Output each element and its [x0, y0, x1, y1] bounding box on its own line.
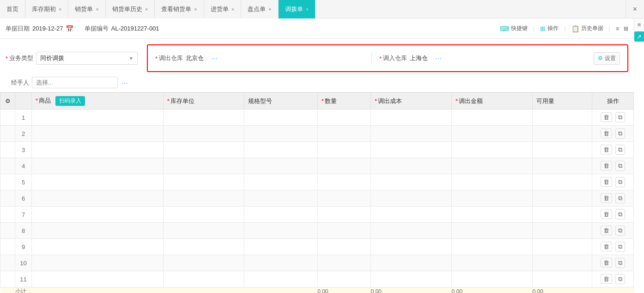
row-amount-cell[interactable] — [451, 142, 532, 158]
panel-export-icon[interactable]: ↗ — [634, 31, 644, 42]
row-product-cell[interactable] — [32, 223, 164, 239]
tab-home[interactable]: 首页 — [0, 0, 25, 18]
close-tab-view-sales[interactable]: × — [194, 6, 197, 12]
delete-row-button[interactable]: 🗑 — [601, 209, 612, 219]
handler-more-button[interactable]: ··· — [122, 79, 128, 86]
row-available-cell[interactable] — [533, 255, 592, 271]
tab-inventory-init[interactable]: 库存期初 × — [25, 0, 68, 18]
row-amount-cell[interactable] — [451, 271, 532, 287]
copy-row-button[interactable]: ⧉ — [615, 226, 625, 236]
row-amount-cell[interactable] — [451, 158, 532, 174]
tab-sales-history[interactable]: 销货单历史 × — [106, 0, 155, 18]
row-spec-cell[interactable] — [244, 110, 317, 126]
delete-row-button[interactable]: 🗑 — [601, 242, 612, 251]
copy-row-button[interactable]: ⧉ — [615, 193, 625, 203]
row-qty-cell[interactable] — [317, 142, 371, 158]
delete-row-button[interactable]: 🗑 — [601, 274, 612, 284]
tab-transfer[interactable]: 调拨单 × — [279, 0, 316, 18]
row-unit-cell[interactable] — [163, 126, 244, 142]
row-amount-cell[interactable] — [451, 174, 532, 190]
tab-view-sales[interactable]: 查看销货单 × — [155, 0, 204, 18]
close-tab-inventory-init[interactable]: × — [59, 6, 61, 12]
calendar-icon[interactable]: 📅 — [66, 25, 73, 32]
row-qty-cell[interactable] — [317, 239, 371, 255]
row-cost-cell[interactable] — [371, 142, 451, 158]
delete-row-button[interactable]: 🗑 — [601, 258, 612, 268]
row-unit-cell[interactable] — [163, 207, 244, 223]
row-available-cell[interactable] — [533, 126, 592, 142]
copy-row-button[interactable]: ⧉ — [615, 258, 625, 268]
row-amount-cell[interactable] — [451, 239, 532, 255]
row-unit-cell[interactable] — [163, 174, 244, 190]
row-amount-cell[interactable] — [451, 190, 532, 207]
row-available-cell[interactable] — [533, 174, 592, 190]
row-qty-cell[interactable] — [317, 110, 371, 126]
close-tab-stocktake[interactable]: × — [268, 6, 271, 12]
row-cost-cell[interactable] — [371, 158, 451, 174]
row-qty-cell[interactable] — [317, 223, 371, 239]
row-unit-cell[interactable] — [163, 271, 244, 287]
row-available-cell[interactable] — [533, 142, 592, 158]
row-amount-cell[interactable] — [451, 255, 532, 271]
delete-row-button[interactable]: 🗑 — [601, 226, 612, 235]
scan-entry-button[interactable]: 扫码录入 — [55, 96, 85, 106]
row-spec-cell[interactable] — [244, 126, 317, 142]
copy-row-button[interactable]: ⧉ — [615, 161, 625, 171]
layout-list-button[interactable]: ≡ — [616, 25, 619, 32]
row-qty-cell[interactable] — [317, 158, 371, 174]
close-tab-transfer[interactable]: × — [306, 6, 309, 12]
row-available-cell[interactable] — [533, 223, 592, 239]
row-spec-cell[interactable] — [244, 223, 317, 239]
close-tab-sales-order[interactable]: × — [96, 6, 98, 12]
row-product-cell[interactable] — [32, 255, 164, 271]
row-cost-cell[interactable] — [371, 255, 451, 271]
row-qty-cell[interactable] — [317, 126, 371, 142]
tab-stocktake[interactable]: 盘点单 × — [241, 0, 278, 18]
row-cost-cell[interactable] — [371, 110, 451, 126]
row-spec-cell[interactable] — [244, 255, 317, 271]
row-unit-cell[interactable] — [163, 239, 244, 255]
row-cost-cell[interactable] — [371, 174, 451, 190]
operations-button[interactable]: ⊞ 操作 — [540, 24, 559, 32]
shortcuts-button[interactable]: ⌨ 快捷键 — [500, 24, 528, 32]
row-qty-cell[interactable] — [317, 271, 371, 287]
row-product-cell[interactable] — [32, 207, 164, 223]
delete-row-button[interactable]: 🗑 — [601, 112, 612, 122]
row-spec-cell[interactable] — [244, 271, 317, 287]
row-qty-cell[interactable] — [317, 190, 371, 207]
close-tab-purchase-order[interactable]: × — [231, 6, 234, 12]
row-product-cell[interactable] — [32, 271, 164, 287]
row-unit-cell[interactable] — [163, 190, 244, 207]
row-available-cell[interactable] — [533, 158, 592, 174]
copy-row-button[interactable]: ⧉ — [615, 274, 625, 284]
row-amount-cell[interactable] — [451, 223, 532, 239]
row-qty-cell[interactable] — [317, 207, 371, 223]
row-spec-cell[interactable] — [244, 207, 317, 223]
row-product-cell[interactable] — [32, 110, 164, 126]
close-all-tabs-button[interactable]: × — [626, 0, 644, 18]
copy-row-button[interactable]: ⧉ — [615, 145, 625, 155]
history-button[interactable]: 📋 历史单据 — [571, 24, 603, 32]
copy-row-button[interactable]: ⧉ — [615, 112, 625, 122]
row-spec-cell[interactable] — [244, 174, 317, 190]
business-type-dropdown[interactable]: 同价调拨 ▼ — [36, 52, 138, 65]
delete-row-button[interactable]: 🗑 — [601, 193, 612, 203]
delete-row-button[interactable]: 🗑 — [601, 145, 612, 154]
warehouse-in-more-button[interactable]: ··· — [435, 55, 442, 62]
row-cost-cell[interactable] — [371, 239, 451, 255]
row-unit-cell[interactable] — [163, 158, 244, 174]
row-cost-cell[interactable] — [371, 190, 451, 207]
row-cost-cell[interactable] — [371, 126, 451, 142]
delete-row-button[interactable]: 🗑 — [601, 128, 612, 138]
row-product-cell[interactable] — [32, 190, 164, 207]
row-cost-cell[interactable] — [371, 271, 451, 287]
row-amount-cell[interactable] — [451, 207, 532, 223]
row-available-cell[interactable] — [533, 271, 592, 287]
row-product-cell[interactable] — [32, 174, 164, 190]
row-product-cell[interactable] — [32, 142, 164, 158]
copy-row-button[interactable]: ⧉ — [615, 177, 625, 187]
copy-row-button[interactable]: ⧉ — [615, 209, 625, 220]
row-spec-cell[interactable] — [244, 158, 317, 174]
row-available-cell[interactable] — [533, 110, 592, 126]
row-available-cell[interactable] — [533, 239, 592, 255]
